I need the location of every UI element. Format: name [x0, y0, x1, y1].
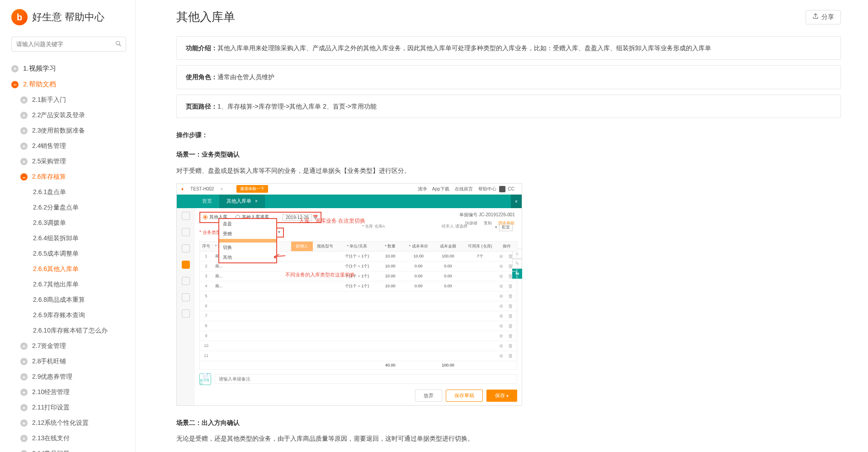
dropdown-option: 切换: [219, 243, 276, 252]
nav-item[interactable]: 2.5采购管理: [11, 154, 126, 169]
expand-icon: [20, 358, 28, 365]
nav-item[interactable]: 2.11打印设置: [11, 400, 126, 415]
grid-footer: 40.00 100.00: [200, 361, 517, 369]
nav-item[interactable]: 2.8手机旺铺: [11, 354, 126, 369]
nav-item[interactable]: 2.6.3调拨单: [11, 215, 126, 231]
nav-item[interactable]: 2.6.9库存账本查询: [11, 308, 126, 323]
nav-item[interactable]: 2.6.1盘点单: [11, 185, 126, 200]
search-icon[interactable]: [115, 40, 122, 48]
nav-item[interactable]: 2.4销售管理: [11, 138, 126, 154]
config-button: 配置: [499, 224, 513, 231]
intro-text: 其他入库单用来处理除采购入库、产成品入库之外的其他入库业务，因此其他入库单可处理…: [217, 44, 711, 52]
expand-icon: [20, 112, 28, 119]
expand-icon: [20, 419, 28, 427]
nav-item[interactable]: 2.10经营管理: [11, 385, 126, 400]
remark-row: 📄备注信息: [199, 373, 517, 385]
expand-icon: [20, 127, 28, 134]
top-link: 清净: [418, 186, 427, 192]
nav-item[interactable]: 2.6.10库存账本错了怎么办: [11, 323, 126, 338]
nav-label: 2.3使用前数据准备: [32, 127, 85, 135]
nav-item[interactable]: 2.6.8商品成本重算: [11, 292, 126, 308]
nav-item[interactable]: 2.9优惠券管理: [11, 369, 126, 385]
filter-label: * 业务类型: [199, 229, 221, 236]
nav-item[interactable]: 2.6.4组装拆卸单: [11, 231, 126, 246]
nav-label: 2.11打印设置: [32, 404, 70, 412]
nav-menu: 1.视频学习 2.帮助文档 2.1新手入门 2.2产品安装及登录 2.3使用前数…: [11, 61, 126, 452]
expand-icon: [20, 96, 28, 104]
close-icon: ×: [255, 199, 258, 204]
total-qty: 40.00: [377, 361, 404, 369]
nav-item-current[interactable]: 2.6.6其他入库单: [11, 262, 126, 277]
biztype-options: 盘盈 受赠 切换 其他: [218, 218, 277, 263]
draft-button: 保存草稿: [446, 390, 483, 402]
role-label: 使用角色：: [186, 73, 217, 81]
nav-label: 2.6.8商品成本重算: [33, 296, 85, 304]
nav-item[interactable]: 2.14常见问题: [11, 446, 126, 452]
col-header: 规格型号: [313, 241, 337, 251]
sidebar: b 好生意 帮助中心 1.视频学习 2.帮助文档 2.1新手入门 2.2产品安装…: [0, 0, 136, 452]
invite-button: 邀请体验一下: [236, 185, 268, 193]
mock-tabs: 首页 其他入库单× ×: [177, 195, 522, 208]
dropdown-option: 受赠: [219, 229, 276, 239]
expand-icon: [20, 435, 28, 442]
nav-label: 2.6.7其他出库单: [33, 281, 79, 289]
nav-item[interactable]: 2.6.5成本调整单: [11, 246, 126, 262]
annotation: 入库、退库业务 在这里切换: [299, 217, 365, 225]
nav-label: 2.1新手入门: [32, 96, 66, 104]
logo: b 好生意 帮助中心: [11, 9, 126, 25]
expand-icon: [11, 65, 19, 72]
nav-item[interactable]: 2.2产品安装及登录: [11, 108, 126, 123]
logo-text: 好生意 帮助中心: [32, 10, 104, 24]
remark-input: [215, 374, 517, 384]
nav-label: 2.5采购管理: [32, 157, 66, 166]
nav-item[interactable]: 2.1新手入门: [11, 92, 126, 108]
nav-label: 2.6.4组装拆卸单: [33, 234, 79, 243]
user-name: CC: [508, 186, 514, 191]
nav-label: 2.6.5成本调整单: [33, 250, 79, 258]
nav-label: 2.14常见问题: [32, 450, 70, 452]
brand-icon: ♦: [181, 186, 184, 191]
nav-item[interactable]: 2.7资金管理: [11, 338, 126, 354]
table-row: 4商...个(1个 = 1个)10.000.000.00⊕ 🗑: [200, 281, 517, 291]
col-header: 新增人: [291, 241, 313, 251]
role-box: 使用角色：通常由仓管人员维护: [176, 65, 841, 89]
nav-item[interactable]: 2.13在线支付: [11, 431, 126, 446]
company-name: TEST-H002: [190, 186, 214, 191]
top-link: 帮助中心: [478, 186, 496, 192]
expand-icon: [20, 143, 28, 150]
scene2-text: 无论是受赠，还是其他类型的业务，由于入库商品质量等原因，需要退回，这时可通过单据…: [176, 433, 841, 444]
remark-icon: 📄备注信息: [199, 373, 211, 385]
leftbar-icon: [182, 293, 190, 301]
nav-item[interactable]: 2.6.7其他出库单: [11, 277, 126, 292]
nav-label: 2.6.1盘点单: [33, 188, 66, 196]
col-header: 操作: [497, 241, 517, 251]
table-row: 11⊕ 🗑: [200, 351, 517, 361]
nav-label: 2.4销售管理: [32, 142, 66, 150]
nav-item[interactable]: 2.6.2分量盘点单: [11, 200, 126, 215]
share-button[interactable]: 分享: [806, 10, 841, 24]
table-row: 9⊕ 🗑: [200, 331, 517, 341]
nav-item[interactable]: 2.6库存核算: [11, 169, 126, 185]
scene2-title: 场景二：出入方向确认: [176, 417, 841, 428]
nav-label: 2.13在线支付: [32, 434, 70, 442]
title-row: 其他入库单 分享: [176, 9, 841, 25]
table-row: 10⊕ 🗑: [200, 341, 517, 351]
nav-label: 2.6.10库存账本错了怎么办: [33, 327, 108, 335]
main-content: 其他入库单 分享 功能介绍：其他入库单用来处理除采购入库、产成品入库之外的其他入…: [136, 0, 868, 452]
search-input[interactable]: [11, 37, 126, 52]
col-header: * 数量: [377, 241, 404, 251]
nav-item[interactable]: 2.帮助文档: [11, 76, 126, 92]
nav-label: 2.2产品安装及登录: [32, 111, 85, 119]
warehouse-label: * 仓库 仓库A: [362, 224, 385, 229]
share-label: 分享: [821, 13, 834, 21]
nav-item[interactable]: 2.12系统个性化设置: [11, 415, 126, 431]
leftbar-icon: [182, 277, 190, 285]
annotation: 不同业务的入库类型在这里切换: [285, 271, 355, 278]
nav-item[interactable]: 1.视频学习: [11, 61, 126, 76]
nav-item[interactable]: 2.3使用前数据准备: [11, 123, 126, 138]
leftbar-icon: [182, 261, 190, 269]
top-link: 在线留言: [455, 186, 473, 192]
dropdown-option: 盘盈: [219, 219, 276, 229]
dropdown-option: [219, 239, 276, 243]
expand-icon: [20, 450, 28, 452]
